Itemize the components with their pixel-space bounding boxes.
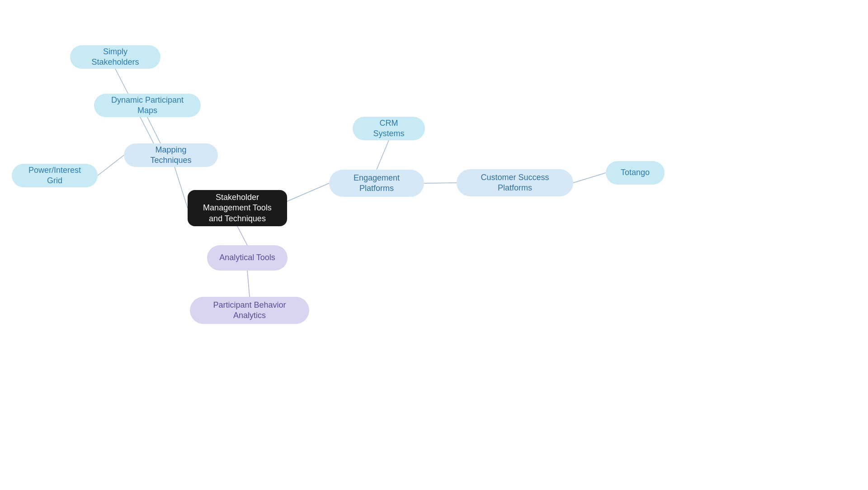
svg-line-3: [98, 155, 124, 176]
svg-line-9: [247, 271, 250, 297]
svg-line-8: [237, 226, 247, 245]
svg-line-5: [377, 140, 389, 170]
participant-behavior-analytics-node[interactable]: Participant Behavior Analytics: [190, 297, 309, 324]
simply-stakeholders-node[interactable]: Simply Stakeholders: [70, 45, 160, 69]
svg-line-7: [573, 173, 606, 183]
crm-systems-node[interactable]: CRM Systems: [353, 117, 425, 140]
analytical-tools-node[interactable]: Analytical Tools: [207, 245, 288, 271]
connections-svg: [0, 0, 868, 490]
mindmap-container: Stakeholder Management Tools and Techniq…: [0, 0, 868, 490]
engagement-platforms-node[interactable]: Engagement Platforms: [329, 170, 424, 197]
totango-node[interactable]: Totango: [606, 161, 665, 185]
mapping-techniques-node[interactable]: Mapping Techniques: [124, 143, 218, 167]
center-node[interactable]: Stakeholder Management Tools and Techniq…: [188, 190, 287, 226]
svg-line-4: [287, 183, 329, 201]
svg-line-2: [147, 117, 160, 143]
power-interest-grid-node[interactable]: Power/Interest Grid: [12, 164, 98, 187]
dynamic-participant-maps-node[interactable]: Dynamic Participant Maps: [94, 94, 201, 117]
customer-success-platforms-node[interactable]: Customer Success Platforms: [457, 169, 573, 196]
svg-line-6: [424, 183, 457, 183]
